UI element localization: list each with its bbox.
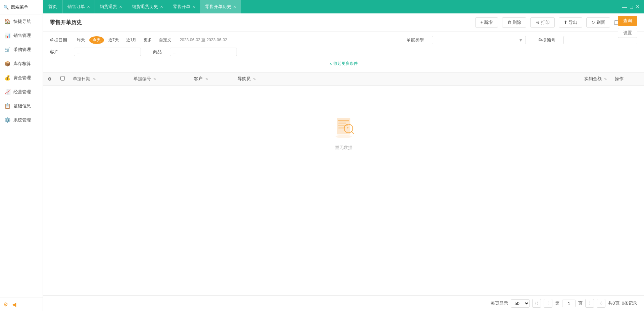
tab-sales-order-close[interactable]: ✕ — [87, 5, 90, 9]
customer-filter-label: 客户 — [50, 49, 68, 55]
page-first-btn[interactable]: ⟨⟨ — [532, 299, 541, 308]
tab-sales-order[interactable]: 销售订单 ✕ — [63, 0, 95, 13]
page-header: 零售开单历史 + 新增 🗑 删除 🖨 打印 ⬆ 导出 ↻ 刷新 显示明细 — [43, 13, 644, 32]
sales-icon: 📊 — [4, 33, 11, 39]
date-last1month-btn[interactable]: 近1月 — [123, 36, 140, 44]
tab-retail-history[interactable]: 零售开单历史 ✕ — [200, 0, 241, 13]
collapse-sidebar-icon[interactable]: ◀ — [12, 301, 16, 308]
th-date[interactable]: 单据日期 ⇅ — [69, 72, 130, 86]
refresh-button[interactable]: ↻ 刷新 — [586, 17, 610, 28]
page-summary: 共0页, 0条记录 — [608, 300, 637, 306]
th-amount[interactable]: 实销金额 ⇅ — [550, 72, 611, 86]
sidebar-item-inventory-label: 库存核算 — [13, 61, 31, 67]
customer-ellipsis: ... — [77, 49, 81, 54]
svg-point-0 — [336, 135, 352, 138]
sidebar-item-sys-mgmt[interactable]: ⚙️ 系统管理 — [0, 113, 43, 127]
settings-bottom-icon[interactable]: ⚙ — [3, 301, 8, 308]
th-no-label: 单据编号 — [134, 76, 151, 81]
tab-sales-return-history-close[interactable]: ✕ — [160, 5, 163, 9]
th-salesperson-sort[interactable]: ⇅ — [253, 77, 256, 81]
sidebar-item-sales-label: 销售管理 — [13, 33, 31, 39]
th-customer[interactable]: 客户 ⇅ — [190, 72, 233, 86]
date-today-btn[interactable]: 今天 — [89, 36, 104, 44]
empty-state: 暂无数据 — [43, 86, 644, 177]
date-last7-btn[interactable]: 近7天 — [105, 36, 122, 44]
tab-sales-return-label: 销货退货 — [100, 4, 117, 10]
delete-button[interactable]: 🗑 删除 — [502, 17, 527, 28]
basic-info-icon: 📋 — [4, 103, 11, 109]
window-close-btn[interactable]: ✕ — [636, 4, 640, 10]
sidebar-nav: 🏠 快捷导航 📊 销售管理 🛒 采购管理 📦 库存核算 💰 资金管理 📈 经营管… — [0, 14, 43, 298]
sidebar-item-sales-mgmt[interactable]: 📊 销售管理 — [0, 29, 43, 43]
sidebar: 🔍 搜索菜单 🏠 快捷导航 📊 销售管理 🛒 采购管理 📦 库存核算 💰 资金管… — [0, 0, 43, 311]
th-salesperson[interactable]: 导购员 ⇅ — [234, 72, 286, 86]
tab-sales-return-close[interactable]: ✕ — [119, 5, 122, 9]
page-prev-btn[interactable]: ⟨ — [544, 299, 552, 308]
collapse-text: 收起更多条件 — [334, 61, 358, 66]
tab-bar: 首页 销售订单 ✕ 销货退货 ✕ 销货退货历史 ✕ 零售开单 ✕ 零售开单历史 … — [43, 0, 644, 13]
filter-row-date: 单据日期 昨天 今天 近7天 近1月 更多 自定义 2023-06-02 至 2… — [50, 36, 637, 44]
window-maximize-btn[interactable]: □ — [630, 4, 633, 10]
page-last-btn[interactable]: ⟩⟩ — [597, 299, 605, 308]
svg-rect-3 — [338, 122, 346, 123]
query-buttons: 查询 设置 — [618, 16, 637, 38]
date-more-btn[interactable]: 更多 — [141, 36, 155, 44]
sidebar-item-operations[interactable]: 📈 经营管理 — [0, 85, 43, 99]
inventory-icon: 📦 — [4, 61, 11, 67]
date-filter-buttons: 昨天 今天 近7天 近1月 更多 自定义 — [74, 36, 174, 44]
tab-sales-return-history[interactable]: 销货退货历史 ✕ — [127, 0, 168, 13]
per-page-label: 每页显示 — [491, 300, 508, 306]
sidebar-item-basic-info[interactable]: 📋 基础信息 — [0, 99, 43, 113]
customer-input[interactable]: ... — [74, 48, 141, 56]
th-no-sort[interactable]: ⇅ — [153, 77, 156, 81]
th-customer-sort[interactable]: ⇅ — [205, 77, 208, 81]
empty-text: 暂无数据 — [335, 145, 352, 151]
window-minimize-btn[interactable]: — — [622, 4, 627, 10]
table-wrapper: ⚙ 单据日期 ⇅ 单据编号 ⇅ — [43, 72, 644, 295]
gear-icon[interactable]: ⚙ — [48, 76, 52, 82]
th-no[interactable]: 单据编号 ⇅ — [130, 72, 190, 86]
query-button[interactable]: 查询 — [618, 16, 637, 26]
pagination: 每页显示 50 10 20 100 ⟨⟨ ⟨ 第 页 ⟩ ⟩⟩ 共0页, 0条记… — [43, 295, 644, 311]
th-check[interactable] — [56, 72, 69, 86]
sidebar-search[interactable]: 🔍 搜索菜单 — [0, 0, 43, 14]
order-type-select[interactable]: ▼ — [432, 36, 526, 44]
th-amount-sort[interactable]: ⇅ — [604, 77, 607, 81]
page-title-row: 零售开单历史 + 新增 🗑 删除 🖨 打印 ⬆ 导出 ↻ 刷新 显示明细 — [50, 17, 637, 28]
tab-retail-open[interactable]: 零售开单 ✕ — [168, 0, 200, 13]
page-input[interactable] — [562, 300, 576, 307]
th-date-sort[interactable]: ⇅ — [93, 77, 96, 81]
home-icon: 🏠 — [4, 18, 11, 24]
th-gear[interactable]: ⚙ — [43, 72, 56, 86]
settings-button[interactable]: 设置 — [618, 28, 637, 38]
order-no-label: 单据编号 — [538, 37, 555, 43]
sidebar-item-inventory[interactable]: 📦 库存核算 — [0, 57, 43, 71]
sidebar-item-purchase-mgmt[interactable]: 🛒 采购管理 — [0, 43, 43, 57]
tab-retail-history-close[interactable]: ✕ — [233, 5, 236, 9]
print-button[interactable]: 🖨 打印 — [530, 17, 555, 28]
sidebar-item-quick-nav-label: 快捷导航 — [13, 18, 31, 24]
filter-area: 单据日期 昨天 今天 近7天 近1月 更多 自定义 2023-06-02 至 2… — [43, 32, 644, 72]
tab-retail-open-close[interactable]: ✕ — [192, 5, 195, 9]
collapse-btn[interactable]: ∧ 收起更多条件 — [50, 59, 637, 68]
date-yesterday-btn[interactable]: 昨天 — [74, 36, 88, 44]
page-label: 第 — [555, 300, 559, 306]
svg-rect-2 — [338, 120, 349, 121]
sidebar-item-finance[interactable]: 💰 资金管理 — [0, 71, 43, 85]
add-button[interactable]: + 新增 — [475, 17, 498, 28]
per-page-select[interactable]: 50 10 20 100 — [511, 299, 530, 308]
select-all-checkbox[interactable] — [60, 76, 65, 81]
page-next-btn[interactable]: ⟩ — [585, 299, 594, 308]
tab-home[interactable]: 首页 — [43, 0, 63, 13]
export-button[interactable]: ⬆ 导出 — [559, 17, 583, 28]
toolbar: + 新增 🗑 删除 🖨 打印 ⬆ 导出 ↻ 刷新 显示明细 — [475, 17, 637, 28]
sidebar-item-quick-nav[interactable]: 🏠 快捷导航 — [0, 14, 43, 29]
product-input[interactable]: ... — [170, 48, 237, 56]
tab-sales-order-label: 销售订单 — [67, 4, 85, 10]
order-type-label: 单据类型 — [406, 37, 424, 43]
th-actions: 操作 — [611, 72, 644, 86]
table-header: ⚙ 单据日期 ⇅ 单据编号 ⇅ — [43, 72, 644, 86]
date-custom-btn[interactable]: 自定义 — [156, 36, 174, 44]
date-range-display: 2023-06-02 至 2023-06-02 — [180, 37, 227, 43]
tab-sales-return[interactable]: 销货退货 ✕ — [95, 0, 127, 13]
